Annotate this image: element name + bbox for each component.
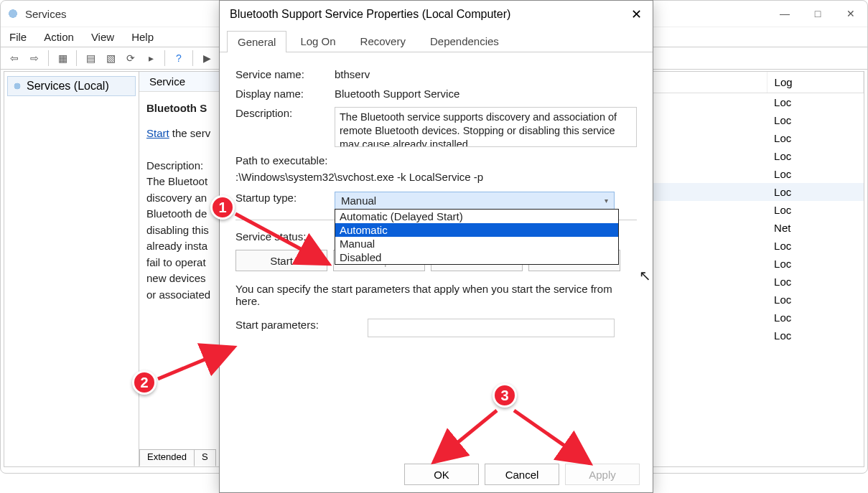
window-title: Services <box>25 8 67 20</box>
start-params-input[interactable] <box>368 319 615 337</box>
label-start-params: Start parameters: <box>235 319 368 331</box>
label-service-name: Service name: <box>235 68 335 80</box>
dialog-close-button[interactable]: ✕ <box>625 5 647 24</box>
cell-logon: Loc <box>767 129 863 147</box>
label-path: Path to executable: <box>235 154 637 166</box>
minimize-button[interactable]: — <box>768 1 801 27</box>
option-manual[interactable]: Manual <box>335 237 618 250</box>
startup-type-value: Manual <box>341 194 376 207</box>
tree-services-local[interactable]: Services (Local) <box>7 76 136 96</box>
option-delayed[interactable]: Automatic (Delayed Start) <box>335 210 618 223</box>
tab-dependencies[interactable]: Dependencies <box>419 30 510 52</box>
dialog-footer: OK Cancel Apply <box>404 464 640 485</box>
cancel-button[interactable]: Cancel <box>485 464 559 485</box>
view-tabs: Extended S <box>139 449 215 466</box>
annotation-badge-2: 2 <box>132 370 157 395</box>
details-icon[interactable]: ▦ <box>53 50 72 67</box>
help-icon[interactable]: ? <box>169 50 188 67</box>
cell-logon: Loc <box>767 273 863 291</box>
cell-logon: Net <box>767 219 863 237</box>
export2-icon[interactable]: ▸ <box>141 50 160 67</box>
value-display-name: Bluetooth Support Service <box>335 88 637 100</box>
refresh-icon[interactable]: ⟳ <box>121 50 140 67</box>
tab-general[interactable]: General <box>227 31 286 52</box>
left-pane: Services (Local) <box>4 72 139 466</box>
window-controls: — □ ✕ <box>768 1 867 27</box>
cell-logon: Loc <box>767 255 863 273</box>
description-box[interactable]: The Bluetooth service supports discovery… <box>335 107 637 147</box>
start-link[interactable]: Start <box>146 127 169 139</box>
tab-recovery[interactable]: Recovery <box>350 30 416 52</box>
value-service-name: bthserv <box>335 68 637 80</box>
label-startup-type: Startup type: <box>235 192 335 204</box>
cursor-icon: ↖ <box>639 267 651 284</box>
annotation-badge-1: 1 <box>210 195 235 220</box>
cell-logon: Loc <box>767 93 863 112</box>
menu-view[interactable]: View <box>91 31 114 43</box>
chevron-down-icon: ▾ <box>605 197 608 205</box>
export-icon[interactable]: ▧ <box>101 50 120 67</box>
apply-button[interactable]: Apply <box>565 464 640 485</box>
tab-standard[interactable]: S <box>194 449 216 466</box>
option-disabled[interactable]: Disabled <box>335 250 618 264</box>
dialog-tabs: General Log On Recovery Dependencies <box>220 28 653 52</box>
tab-logon[interactable]: Log On <box>289 30 346 52</box>
detail-header-label: Service <box>149 75 185 88</box>
cell-logon: Loc <box>767 147 863 165</box>
label-service-status: Service status: <box>235 230 335 243</box>
col-logon[interactable]: Log <box>767 72 863 93</box>
option-automatic[interactable]: Automatic <box>335 223 618 237</box>
cell-logon: Loc <box>767 327 863 344</box>
services-icon <box>6 7 19 20</box>
value-path: :\Windows\system32\svchost.exe -k LocalS… <box>235 171 637 183</box>
cell-logon: Loc <box>767 183 863 201</box>
properties-icon[interactable]: ▤ <box>81 50 100 67</box>
cell-logon: Loc <box>767 111 863 129</box>
label-description: Description: <box>235 107 335 119</box>
startup-type-dropdown: Automatic (Delayed Start) Automatic Manu… <box>335 209 619 265</box>
start-button[interactable]: Start <box>235 250 327 271</box>
maximize-button[interactable]: □ <box>801 1 834 27</box>
annotation-badge-3: 3 <box>493 383 517 408</box>
cell-logon: Loc <box>767 165 863 183</box>
forward-icon[interactable]: ⇨ <box>25 50 44 67</box>
gear-icon <box>12 81 22 91</box>
start-params-hint: You can specify the start parameters tha… <box>235 283 637 307</box>
back-icon[interactable]: ⇦ <box>5 50 24 67</box>
menu-file[interactable]: File <box>9 31 27 43</box>
menu-action[interactable]: Action <box>44 31 74 43</box>
startup-type-select[interactable]: Manual ▾ Automatic (Delayed Start) Autom… <box>335 192 637 210</box>
cell-logon: Loc <box>767 201 863 219</box>
cell-logon: Loc <box>767 291 863 309</box>
tab-extended[interactable]: Extended <box>139 449 195 466</box>
label-display-name: Display name: <box>235 88 335 100</box>
play-icon[interactable]: ▶ <box>197 50 216 67</box>
menu-help[interactable]: Help <box>131 31 154 43</box>
close-button[interactable]: ✕ <box>834 1 867 27</box>
cell-logon: Loc <box>767 309 863 327</box>
cell-logon: Loc <box>767 237 863 255</box>
tree-label: Services (Local) <box>27 80 109 93</box>
dialog-title: Bluetooth Support Service Properties (Lo… <box>220 1 653 28</box>
ok-button[interactable]: OK <box>404 464 479 485</box>
properties-dialog: Bluetooth Support Service Properties (Lo… <box>219 0 653 493</box>
